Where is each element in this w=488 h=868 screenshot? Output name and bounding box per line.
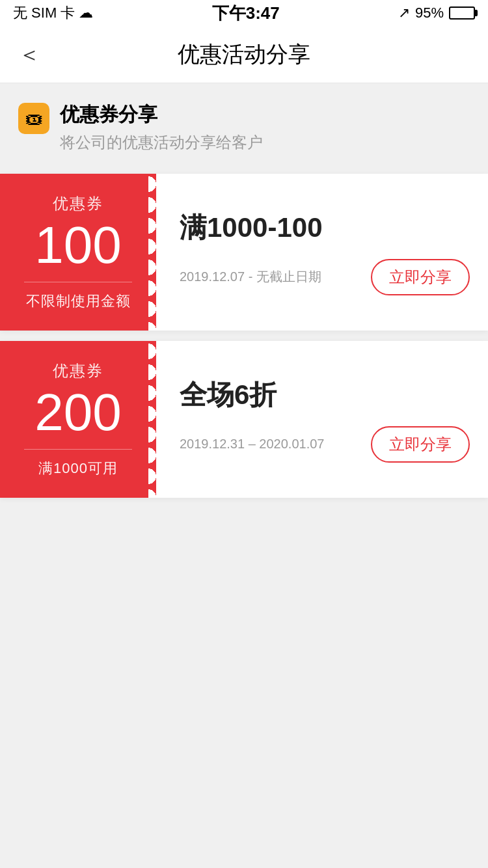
section-subtitle: 将公司的优惠活动分享给客户 bbox=[60, 132, 263, 153]
coupon-condition-2: 满1000可用 bbox=[38, 459, 118, 478]
coupon-card-2: 优惠券 200 满1000可用 全场6折 2019.12.31 – 2020.0… bbox=[0, 341, 488, 498]
empty-area bbox=[0, 528, 488, 853]
status-bar: 无 SIM 卡 ☁ 下午3:47 ↗ 95% bbox=[0, 0, 488, 26]
coupon-date-1: 2019.12.07 - 无截止日期 bbox=[180, 268, 321, 286]
coupon-title-1: 满1000-100 bbox=[180, 210, 470, 246]
sim-label: 无 SIM 卡 ☁ bbox=[13, 3, 93, 23]
signal-icon: ↗ bbox=[398, 5, 410, 21]
coupon-icon: 🎟 bbox=[25, 108, 43, 129]
coupon-right-2: 全场6折 2019.12.31 – 2020.01.07 立即分享 bbox=[156, 341, 488, 498]
coupon-list: 优惠券 100 不限制使用金额 满1000-100 2019.12.07 - 无… bbox=[0, 174, 488, 528]
coupon-card-1: 优惠券 100 不限制使用金额 满1000-100 2019.12.07 - 无… bbox=[0, 174, 488, 331]
section-text: 优惠券分享 将公司的优惠活动分享给客户 bbox=[60, 102, 263, 153]
section-icon: 🎟 bbox=[18, 103, 49, 134]
coupon-title-2: 全场6折 bbox=[180, 377, 470, 413]
coupon-left-2: 优惠券 200 满1000可用 bbox=[0, 341, 156, 498]
status-left: 无 SIM 卡 ☁ bbox=[13, 3, 93, 23]
back-button[interactable]: ＜ bbox=[18, 40, 40, 70]
battery-percent: 95% bbox=[415, 5, 444, 21]
coupon-right-1: 满1000-100 2019.12.07 - 无截止日期 立即分享 bbox=[156, 174, 488, 331]
coupon-divider-2 bbox=[24, 449, 132, 450]
status-right: ↗ 95% bbox=[398, 5, 475, 21]
coupon-label-2: 优惠券 bbox=[53, 360, 103, 381]
share-button-1[interactable]: 立即分享 bbox=[371, 259, 470, 295]
section-title: 优惠券分享 bbox=[60, 102, 263, 128]
coupon-condition-1: 不限制使用金额 bbox=[26, 292, 131, 311]
status-time: 下午3:47 bbox=[212, 2, 280, 25]
coupon-date-2: 2019.12.31 – 2020.01.07 bbox=[180, 437, 324, 452]
coupon-bottom-1: 2019.12.07 - 无截止日期 立即分享 bbox=[180, 259, 470, 295]
coupon-left-1: 优惠券 100 不限制使用金额 bbox=[0, 174, 156, 331]
coupon-bottom-2: 2019.12.31 – 2020.01.07 立即分享 bbox=[180, 426, 470, 463]
coupon-divider-1 bbox=[24, 282, 132, 282]
coupon-amount-2: 200 bbox=[34, 387, 121, 439]
coupon-amount-1: 100 bbox=[34, 219, 121, 271]
share-button-2[interactable]: 立即分享 bbox=[371, 426, 470, 463]
coupon-label-1: 优惠券 bbox=[53, 193, 103, 214]
nav-bar: ＜ 优惠活动分享 bbox=[0, 26, 488, 83]
section-header: 🎟 优惠券分享 将公司的优惠活动分享给客户 bbox=[0, 83, 488, 163]
page-title: 优惠活动分享 bbox=[178, 40, 310, 70]
battery-icon bbox=[449, 7, 475, 20]
